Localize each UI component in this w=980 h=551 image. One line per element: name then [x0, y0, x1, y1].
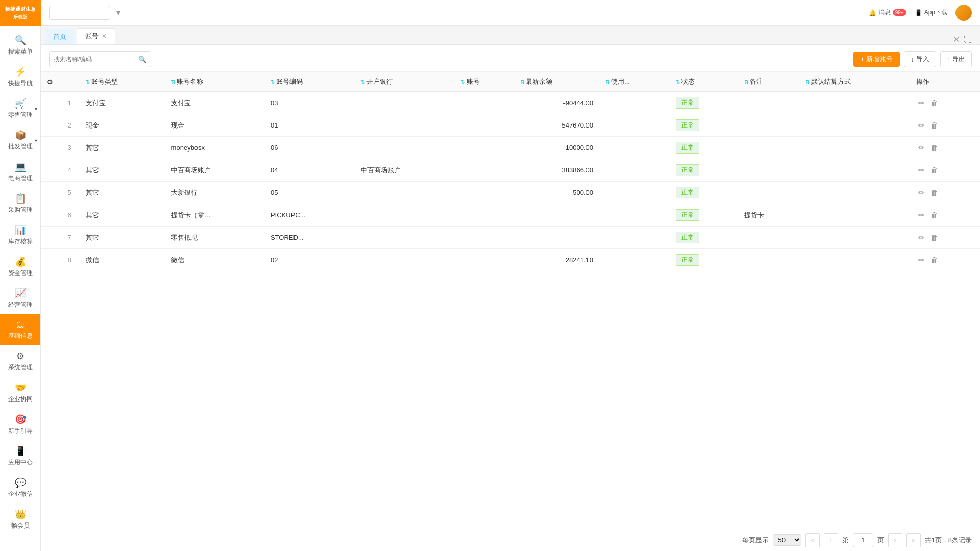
row-account [455, 249, 514, 271]
export-button[interactable]: ↑ 导出 [940, 51, 972, 67]
row-balance [514, 227, 599, 249]
sidebar-item-label: 系统管理 [8, 363, 33, 372]
row-name: 零售抵现 [165, 227, 264, 249]
row-type: 其它 [80, 182, 165, 204]
topbar-dropdown-icon[interactable]: ▾ [116, 8, 120, 17]
tab-accounts-close[interactable]: ✕ [102, 33, 107, 39]
col-action: 操作 [910, 72, 980, 92]
prev-page-btn[interactable]: ‹ [824, 533, 838, 547]
row-bank [355, 204, 454, 227]
sidebar-item-cooperation[interactable]: 🤝 企业协同 [0, 377, 40, 409]
row-action: ✏ 🗑 [910, 159, 980, 182]
sidebar-item-wholesale[interactable]: 📦 批发管理 ▾ [0, 124, 40, 156]
edit-button[interactable]: ✏ [916, 210, 927, 221]
row-action: ✏ 🗑 [910, 227, 980, 249]
search-button[interactable]: 🔍 [134, 56, 151, 63]
edit-button[interactable]: ✏ [916, 232, 927, 243]
row-type: 其它 [80, 159, 165, 182]
col-bank[interactable]: ⇅开户银行 [355, 72, 454, 92]
row-name: 大新银行 [165, 182, 264, 204]
sidebar-item-app-center[interactable]: 📱 应用中心 [0, 440, 40, 472]
tab-controls: ✕ ⛶ [115, 35, 976, 44]
row-usage [599, 204, 670, 227]
edit-button[interactable]: ✏ [916, 142, 927, 154]
row-num: 8 [59, 249, 80, 271]
tab-fullscreen-icon[interactable]: ⛶ [964, 35, 972, 44]
sidebar-item-finance[interactable]: 💰 资金管理 [0, 251, 40, 283]
row-default-payment [799, 114, 910, 137]
topbar-search-input[interactable] [49, 6, 110, 20]
col-status[interactable]: ⇅状态 [670, 72, 738, 92]
delete-button[interactable]: 🗑 [928, 187, 940, 198]
edit-button[interactable]: ✏ [916, 97, 927, 109]
sidebar-item-newbie[interactable]: 🎯 新手引导 [0, 409, 40, 440]
delete-button[interactable]: 🗑 [928, 142, 940, 153]
status-badge: 正常 [676, 119, 699, 131]
page-number-input[interactable] [853, 533, 873, 547]
col-account[interactable]: ⇅账号 [455, 72, 514, 92]
tab-home[interactable]: 首页 [45, 29, 75, 44]
row-code: 04 [264, 159, 355, 182]
quick-nav-icon: ⚡ [15, 66, 26, 78]
system-icon: ⚙ [16, 350, 24, 362]
user-avatar[interactable] [955, 5, 972, 21]
delete-button[interactable]: 🗑 [928, 97, 940, 108]
col-code[interactable]: ⇅账号编码 [264, 72, 355, 92]
delete-button[interactable]: 🗑 [928, 165, 940, 176]
topbar: ▾ 🔔 消息 99+ 📱 App下载 [41, 0, 980, 26]
col-type[interactable]: ⇅账号类型 [80, 72, 165, 92]
row-action: ✏ 🗑 [910, 114, 980, 137]
sidebar-item-purchase[interactable]: 📋 采购管理 [0, 188, 40, 219]
sidebar-item-system[interactable]: ⚙ 系统管理 [0, 345, 40, 377]
edit-button[interactable]: ✏ [916, 187, 927, 198]
col-default-payment[interactable]: ⇅默认结算方式 [799, 72, 910, 92]
sidebar-item-operation[interactable]: 📈 经营管理 [0, 283, 40, 314]
tab-close-icon[interactable]: ✕ [953, 35, 960, 44]
bell-icon: 🔔 [869, 9, 876, 16]
edit-button[interactable]: ✏ [916, 120, 927, 131]
sidebar-item-label: 畅会员 [11, 521, 30, 530]
delete-button[interactable]: 🗑 [928, 232, 940, 243]
last-page-btn[interactable]: » [906, 533, 921, 547]
row-num: 1 [59, 92, 80, 114]
add-account-button[interactable]: + 新增账号 [853, 52, 900, 67]
sidebar-item-basic-info[interactable]: 🗂 基础信息 [0, 314, 40, 345]
sidebar-item-search[interactable]: 🔍 搜索菜单 [0, 30, 40, 61]
row-note [738, 159, 800, 182]
col-balance[interactable]: ⇅最新余额 [514, 72, 599, 92]
tab-accounts[interactable]: 账号 ✕ [77, 28, 115, 44]
edit-button[interactable]: ✏ [916, 255, 927, 266]
col-usage[interactable]: ⇅使用... [599, 72, 670, 92]
next-page-btn[interactable]: › [888, 533, 902, 547]
messages-btn[interactable]: 🔔 消息 99+ [869, 8, 906, 17]
delete-button[interactable]: 🗑 [928, 120, 940, 131]
delete-button[interactable]: 🗑 [928, 210, 940, 220]
edit-button[interactable]: ✏ [916, 165, 927, 176]
page-size-select[interactable]: 50 100 [773, 534, 801, 546]
search-input[interactable] [50, 56, 134, 63]
sidebar-item-vip[interactable]: 👑 畅会员 [0, 504, 40, 535]
app-download-btn[interactable]: 📱 App下载 [915, 8, 947, 17]
sidebar-item-ecommerce[interactable]: 💻 电商管理 [0, 156, 40, 188]
sidebar-item-label: 基础信息 [8, 332, 33, 340]
row-default-payment [799, 159, 910, 182]
import-button[interactable]: ↓ 导入 [904, 51, 936, 67]
sidebar-item-label: 经营管理 [8, 300, 33, 309]
sidebar-item-inventory[interactable]: 📊 库存核算 [0, 219, 40, 251]
col-settings[interactable]: ⚙ [41, 72, 59, 92]
first-page-btn[interactable]: « [805, 533, 820, 547]
sidebar-item-quick-nav[interactable]: ⚡ 快捷导航 [0, 61, 40, 93]
sidebar-item-label: 批发管理 [8, 142, 33, 151]
status-badge: 正常 [676, 232, 699, 243]
row-code: PICKUPC... [264, 204, 355, 227]
col-note[interactable]: ⇅备注 [738, 72, 800, 92]
add-button-label: + 新增账号 [861, 55, 893, 64]
row-code: 05 [264, 182, 355, 204]
delete-button[interactable]: 🗑 [928, 255, 940, 265]
sidebar-item-enterprise-wechat[interactable]: 💬 企业微信 [0, 472, 40, 504]
row-name: moneybosx [165, 137, 264, 159]
sidebar-item-retail[interactable]: 🛒 零售管理 ▾ [0, 93, 40, 124]
col-name[interactable]: ⇅账号名称 [165, 72, 264, 92]
content-area: 🔍 + 新增账号 ↓ 导入 ↑ 导出 [41, 45, 980, 551]
topbar-left: ▾ [49, 6, 120, 20]
